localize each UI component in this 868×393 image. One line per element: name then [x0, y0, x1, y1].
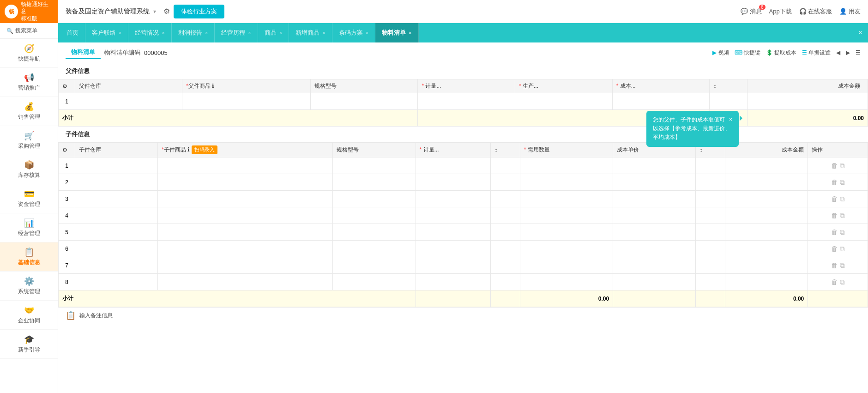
close-tab-goods[interactable]: × [279, 30, 282, 36]
child-delete-2[interactable]: 🗑 [831, 178, 838, 186]
child-needed-qty-5[interactable] [520, 224, 613, 241]
child-goods-2[interactable] [158, 174, 333, 191]
child-warehouse-6[interactable] [75, 241, 158, 257]
child-delete-7[interactable]: 🗑 [831, 261, 838, 269]
child-needed-qty-8[interactable] [520, 274, 613, 290]
nav-next-arrow[interactable]: ▶ [846, 49, 850, 56]
child-copy-8[interactable]: ⧉ [840, 278, 845, 286]
parent-goods-cell[interactable] [182, 93, 310, 110]
close-tab-barcode[interactable]: × [366, 30, 368, 36]
sidebar-item-basic[interactable]: 📋基础信息 [0, 242, 58, 272]
child-spec-3[interactable] [333, 191, 416, 207]
parent-warehouse-cell[interactable] [75, 93, 182, 110]
child-qty-unit-8[interactable] [416, 274, 491, 290]
child-spec-7[interactable] [333, 257, 416, 274]
child-qty-unit-1[interactable] [416, 157, 491, 174]
child-delete-5[interactable]: 🗑 [831, 228, 838, 236]
child-copy-5[interactable]: ⧉ [840, 228, 845, 236]
settings-action[interactable]: ☰ 单据设置 [802, 49, 831, 57]
close-all-tabs[interactable]: × [855, 29, 866, 37]
parent-sort-cell[interactable] [710, 93, 747, 110]
child-warehouse-8[interactable] [75, 274, 158, 290]
child-goods-8[interactable] [158, 274, 333, 290]
experience-btn[interactable]: 体验行业方案 [174, 5, 224, 18]
child-copy-4[interactable]: ⧉ [840, 212, 845, 220]
close-tab-bom[interactable]: × [409, 30, 411, 36]
child-sort2-4[interactable] [696, 207, 725, 224]
message-btn[interactable]: 💬 消息 6 [741, 7, 762, 16]
child-delete-4[interactable]: 🗑 [831, 212, 838, 219]
child-sort1-3[interactable] [491, 191, 520, 207]
child-unit-cost-7[interactable] [613, 257, 696, 274]
child-sort1-2[interactable] [491, 174, 520, 191]
child-goods-3[interactable] [158, 191, 333, 207]
child-delete-6[interactable]: 🗑 [831, 245, 838, 253]
parent-cost-cell[interactable] [612, 93, 710, 110]
parent-qty-cell[interactable] [418, 93, 515, 110]
child-sort1-5[interactable] [491, 224, 520, 241]
child-needed-qty-7[interactable] [520, 257, 613, 274]
child-delete-8[interactable]: 🗑 [831, 278, 838, 286]
child-warehouse-1[interactable] [75, 157, 158, 174]
child-spec-6[interactable] [333, 241, 416, 257]
child-goods-5[interactable] [158, 224, 333, 241]
nav-tab-new_goods[interactable]: 新增商品× [289, 23, 332, 42]
topbar-gear-icon[interactable]: ⚙ [163, 7, 170, 16]
app-download-btn[interactable]: App下载 [769, 7, 792, 16]
child-spec-2[interactable] [333, 174, 416, 191]
child-warehouse-4[interactable] [75, 207, 158, 224]
bottom-bar-text[interactable]: 输入备注信息 [79, 312, 113, 320]
child-copy-1[interactable]: ⧉ [840, 162, 845, 170]
parent-spec-cell[interactable] [311, 93, 418, 110]
child-sort2-2[interactable] [696, 174, 725, 191]
child-warehouse-3[interactable] [75, 191, 158, 207]
child-delete-1[interactable]: 🗑 [831, 162, 838, 169]
nav-tab-home[interactable]: 首页 [60, 23, 85, 42]
nav-tab-goods[interactable]: 商品× [258, 23, 289, 42]
child-copy-7[interactable]: ⧉ [840, 261, 845, 270]
child-qty-unit-5[interactable] [416, 224, 491, 241]
child-sort2-5[interactable] [696, 224, 725, 241]
child-sort2-1[interactable] [696, 157, 725, 174]
child-goods-6[interactable] [158, 241, 333, 257]
child-sort2-7[interactable] [696, 257, 725, 274]
child-unit-cost-8[interactable] [613, 274, 696, 290]
child-copy-3[interactable]: ⧉ [840, 195, 845, 203]
child-sort1-8[interactable] [491, 274, 520, 290]
child-goods-1[interactable] [158, 157, 333, 174]
user-avatar[interactable]: 👤 用友 [839, 7, 861, 16]
video-action[interactable]: ▶ 视频 [712, 49, 729, 57]
child-delete-3[interactable]: 🗑 [831, 195, 838, 203]
online-service-btn[interactable]: 🎧 在线客服 [799, 7, 832, 16]
sidebar-item-sales[interactable]: 💰销售管理 [0, 97, 58, 126]
child-unit-cost-3[interactable] [613, 191, 696, 207]
child-sort1-7[interactable] [491, 257, 520, 274]
child-sort2-3[interactable] [696, 191, 725, 207]
child-unit-cost-6[interactable] [613, 241, 696, 257]
child-qty-unit-6[interactable] [416, 241, 491, 257]
child-needed-qty-3[interactable] [520, 191, 613, 207]
sidebar-item-marketing[interactable]: 📢营销推广 [0, 68, 58, 97]
child-spec-8[interactable] [333, 274, 416, 290]
child-qty-unit-7[interactable] [416, 257, 491, 274]
child-needed-qty-4[interactable] [520, 207, 613, 224]
scan-btn[interactable]: 扫码录入 [192, 145, 217, 154]
child-sort1-6[interactable] [491, 241, 520, 257]
tooltip-close[interactable]: × [729, 115, 732, 124]
parent-th-settings[interactable]: ⚙ [59, 79, 75, 93]
child-spec-1[interactable] [333, 157, 416, 174]
child-unit-cost-1[interactable] [613, 157, 696, 174]
close-tab-operations_status[interactable]: × [162, 30, 164, 36]
nav-tab-barcode[interactable]: 条码方案× [332, 23, 375, 42]
sidebar-item-quick-nav[interactable]: 🧭快捷导航 [0, 39, 58, 68]
child-warehouse-7[interactable] [75, 257, 158, 274]
child-qty-unit-4[interactable] [416, 207, 491, 224]
sidebar-item-finance[interactable]: 💳资金管理 [0, 184, 58, 213]
child-spec-5[interactable] [333, 224, 416, 241]
nav-tab-profit_report[interactable]: 利润报告× [172, 23, 215, 42]
child-needed-qty-6[interactable] [520, 241, 613, 257]
child-goods-4[interactable] [158, 207, 333, 224]
child-warehouse-5[interactable] [75, 224, 158, 241]
close-tab-operations_history[interactable]: × [248, 30, 251, 36]
child-qty-unit-3[interactable] [416, 191, 491, 207]
